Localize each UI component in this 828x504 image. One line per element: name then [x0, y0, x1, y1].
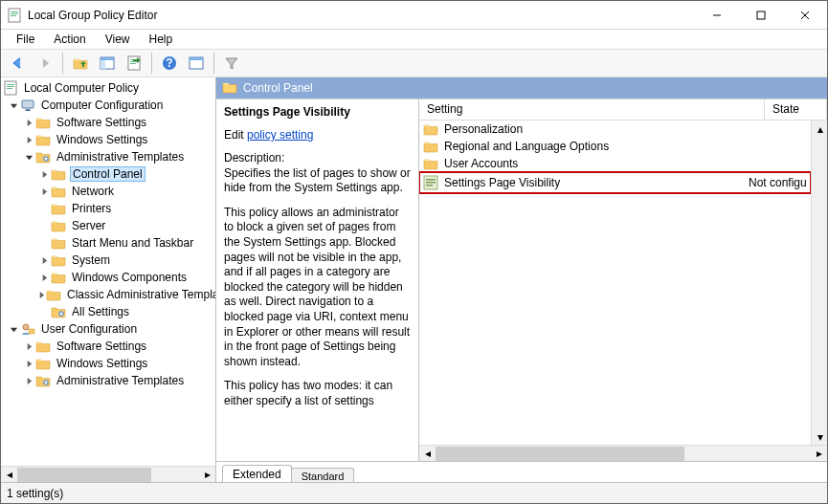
description-p2: This policy allows an administrator to b…: [224, 206, 411, 370]
export-button[interactable]: [123, 52, 145, 75]
tree-uc-windows-settings[interactable]: Windows Settings: [1, 355, 215, 372]
maximize-button[interactable]: [739, 1, 783, 30]
scroll-left-icon[interactable]: ◂: [1, 467, 17, 483]
properties-button[interactable]: [185, 52, 208, 75]
column-setting[interactable]: Setting: [419, 99, 765, 120]
tabs-strip: Extended Standard: [216, 461, 827, 482]
rows: Personalization Regional and Language Op…: [419, 121, 811, 445]
tree[interactable]: Local Computer Policy Computer Configura…: [1, 77, 215, 466]
scrollbar-thumb[interactable]: [436, 447, 684, 461]
titlebar: Local Group Policy Editor: [1, 1, 827, 30]
expand-icon[interactable]: [37, 256, 51, 265]
label: Network: [70, 185, 116, 198]
tree-printers[interactable]: Printers: [1, 200, 215, 217]
row-regional[interactable]: Regional and Language Options: [419, 138, 811, 155]
scroll-left-icon[interactable]: ◂: [419, 446, 436, 462]
folder-icon: [423, 157, 438, 170]
label: Windows Components: [70, 271, 189, 284]
tree-horizontal-scrollbar[interactable]: ◂ ▸: [1, 466, 215, 482]
list-pane: Setting State Personalization: [419, 99, 827, 461]
tree-windows-components[interactable]: Windows Components: [1, 269, 215, 286]
tree-root[interactable]: Local Computer Policy: [1, 79, 215, 97]
list-vertical-scrollbar[interactable]: ▴ ▾: [811, 121, 827, 445]
scroll-down-icon[interactable]: ▾: [812, 428, 827, 445]
tree-computer-configuration[interactable]: Computer Configuration: [1, 97, 215, 114]
menu-action[interactable]: Action: [46, 31, 93, 48]
help-button[interactable]: ?: [158, 52, 181, 75]
scroll-right-icon[interactable]: ▸: [199, 467, 215, 483]
computer-icon: [20, 99, 35, 112]
show-hide-tree-button[interactable]: [96, 52, 119, 75]
tree-cc-windows-settings[interactable]: Windows Settings: [1, 131, 215, 148]
row-label: User Accounts: [442, 157, 749, 170]
description-p3: This policy has two modes: it can either…: [224, 379, 411, 408]
expand-icon[interactable]: [37, 274, 51, 282]
tab-extended[interactable]: Extended: [222, 465, 292, 482]
tree-all-settings[interactable]: All Settings: [1, 303, 215, 320]
tree-server[interactable]: Server: [1, 217, 215, 234]
header-path: Control Panel: [243, 81, 313, 95]
expand-icon[interactable]: [22, 342, 35, 351]
expand-icon[interactable]: [22, 136, 35, 144]
row-label: Settings Page Visibility: [442, 176, 749, 189]
label: Software Settings: [55, 116, 148, 129]
tree-uc-admin-templates[interactable]: Administrative Templates: [1, 372, 215, 389]
minimize-button[interactable]: [695, 1, 739, 30]
tree-system[interactable]: System: [1, 252, 215, 269]
collapse-icon[interactable]: [22, 153, 35, 162]
tree-control-panel[interactable]: Control Panel: [1, 165, 215, 183]
expand-icon[interactable]: [37, 170, 51, 179]
statusbar: 1 setting(s): [1, 482, 827, 503]
row-user-accounts[interactable]: User Accounts: [419, 155, 811, 172]
folder-gear-icon: [51, 305, 66, 318]
label: Windows Settings: [55, 357, 149, 370]
close-button[interactable]: [783, 1, 827, 30]
list-horizontal-scrollbar[interactable]: ◂ ▸: [419, 445, 827, 461]
scroll-right-icon[interactable]: ▸: [811, 446, 827, 462]
description-p1: Specifies the list of pages to show or h…: [224, 166, 411, 195]
svg-text:?: ?: [166, 56, 172, 70]
row-label: Personalization: [442, 122, 749, 136]
tree-cc-admin-templates[interactable]: Administrative Templates: [1, 148, 215, 165]
folder-icon: [51, 219, 66, 232]
edit-line: Edit policy setting: [224, 128, 411, 142]
expand-icon[interactable]: [37, 187, 51, 196]
svg-rect-18: [101, 60, 105, 69]
label: System: [70, 253, 112, 267]
expand-icon[interactable]: [22, 119, 35, 127]
menu-file[interactable]: File: [9, 31, 42, 48]
expand-icon[interactable]: [22, 360, 35, 368]
label: Server: [70, 219, 107, 232]
expand-icon[interactable]: [37, 291, 46, 299]
up-button[interactable]: [69, 52, 92, 75]
tab-standard[interactable]: Standard: [291, 468, 355, 482]
row-personalization[interactable]: Personalization: [419, 121, 811, 138]
back-button[interactable]: [7, 52, 30, 75]
tree-cc-software-settings[interactable]: Software Settings: [1, 114, 215, 131]
menu-help[interactable]: Help: [142, 31, 181, 48]
tree-start-menu[interactable]: Start Menu and Taskbar: [1, 234, 215, 252]
column-headers: Setting State: [419, 99, 827, 121]
edit-policy-link[interactable]: policy setting: [247, 128, 313, 142]
menu-view[interactable]: View: [98, 31, 138, 48]
window-title: Local Group Policy Editor: [28, 9, 695, 22]
collapse-icon[interactable]: [7, 325, 20, 334]
filter-button[interactable]: [220, 52, 243, 75]
forward-button[interactable]: [34, 52, 56, 75]
row-settings-page-visibility[interactable]: Settings Page Visibility Not configu: [419, 172, 811, 193]
collapse-icon[interactable]: [7, 101, 20, 110]
scrollbar-thumb[interactable]: [17, 468, 151, 482]
tree-network[interactable]: Network: [1, 183, 215, 200]
tree-user-configuration[interactable]: User Configuration: [1, 320, 215, 338]
detail-split: Settings Page Visibility Edit policy set…: [216, 99, 827, 461]
menubar: File Action View Help: [1, 30, 827, 49]
tree-pane: Local Computer Policy Computer Configura…: [1, 77, 216, 482]
folder-icon: [35, 116, 51, 129]
expand-icon[interactable]: [22, 377, 35, 385]
tree-uc-software-settings[interactable]: Software Settings: [1, 338, 215, 355]
label: Windows Settings: [55, 133, 149, 146]
tree-classic-admin[interactable]: Classic Administrative Templates: [1, 286, 215, 303]
scroll-up-icon[interactable]: ▴: [812, 121, 827, 137]
description-pane: Settings Page Visibility Edit policy set…: [216, 99, 419, 461]
column-state[interactable]: State: [765, 99, 827, 120]
